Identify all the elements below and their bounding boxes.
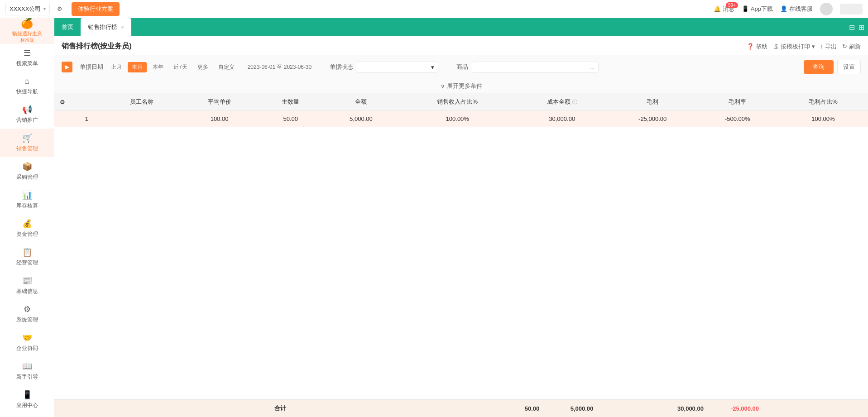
refresh-button[interactable]: ↻ 刷新	[842, 43, 861, 51]
company-selector[interactable]: XXXXX公司 ▾	[5, 3, 50, 15]
cell-qty: 50.00	[259, 111, 323, 127]
sidebar-label-purchase: 采购管理	[16, 173, 38, 181]
date-btn-more[interactable]: 更多	[193, 62, 212, 72]
help-button[interactable]: ❓ 帮助	[747, 43, 767, 51]
goods-filter-input[interactable]: ...	[472, 62, 599, 73]
tab-sales-ranking-label: 销售排行榜	[88, 23, 117, 31]
tab-right-actions: ⊟ ⊞	[849, 23, 868, 32]
tab-sales-ranking[interactable]: 销售排行榜 ×	[81, 18, 131, 36]
sidebar-item-wechat[interactable]: 💬 企业微信	[0, 414, 54, 417]
expand-filters-button[interactable]: ∨ 展开更多条件	[441, 82, 482, 90]
col-settings[interactable]: ⚙	[54, 93, 71, 111]
sidebar-label-marketing: 营销推广	[16, 116, 38, 124]
phone-icon: 📱	[742, 5, 749, 12]
tab-close-icon[interactable]: ×	[121, 24, 124, 30]
export-icon: ↑	[820, 43, 824, 50]
purchase-icon: 📦	[22, 162, 32, 172]
tab-collapse-icon[interactable]: ⊟	[849, 23, 855, 32]
sidebar-label-basic: 基础信息	[16, 288, 38, 295]
logo-text: 畅捷通好生意	[12, 30, 42, 37]
filter-bar: ▶ 单据日期 上月 本月 本年 近7天 更多 自定义 2023-06-01 至 …	[54, 55, 868, 79]
sidebar-item-shortcut[interactable]: ⌂ 快捷导航	[0, 72, 54, 100]
tab-bar: 首页 销售排行榜 × ⊟ ⊞	[54, 18, 868, 36]
user-name	[840, 4, 863, 14]
tab-home-label: 首页	[62, 23, 73, 31]
date-btn-custom[interactable]: 自定义	[214, 62, 239, 72]
sidebar-item-operation[interactable]: 📋 经营管理	[0, 243, 54, 271]
sidebar-item-marketing[interactable]: 📢 营销推广	[0, 100, 54, 129]
cell-gross-rate: -500.00%	[697, 111, 778, 127]
sidebar-item-system[interactable]: ⚙ 系统管理	[0, 300, 54, 328]
sidebar-item-purchase[interactable]: 📦 采购管理	[0, 157, 54, 186]
date-range-display: 2023-06-01 至 2023-06-30	[248, 63, 312, 71]
footer-qty: 50.00	[509, 405, 555, 412]
sidebar-item-finance[interactable]: 💰 资金管理	[0, 214, 54, 243]
export-label: 导出	[825, 43, 837, 51]
col-rank	[71, 93, 103, 111]
sidebar-item-basic[interactable]: 📰 基础信息	[0, 271, 54, 300]
sidebar-label-coop: 企业协同	[16, 345, 38, 352]
help-label: 帮助	[756, 43, 767, 51]
sidebar-item-guide[interactable]: 📖 新手引导	[0, 357, 54, 385]
guide-icon: 📖	[22, 361, 32, 371]
sidebar-item-inventory[interactable]: 📊 库存核算	[0, 186, 54, 214]
notification-badge: 99+	[726, 2, 738, 8]
goods-filter-label: 商品	[456, 63, 468, 71]
finance-icon: 💰	[22, 219, 32, 229]
date-filter-group: 单据日期 上月 本月 本年 近7天 更多 自定义	[80, 62, 239, 72]
coop-icon: 🤝	[22, 333, 32, 343]
sidebar-label-inventory: 库存核算	[16, 202, 38, 210]
sidebar-item-sales[interactable]: 🛒 销售管理	[0, 129, 54, 157]
content-area: 首页 销售排行榜 × ⊟ ⊞ 销售排行榜(按业务员) ❓ 帮助	[54, 18, 868, 417]
query-button[interactable]: 查询	[804, 60, 834, 74]
sidebar-logo: 🍊 畅捷通好生意 标准版	[0, 18, 54, 43]
bell-icon: 🔔	[714, 5, 721, 12]
app-download[interactable]: 📱 App下载	[742, 5, 773, 13]
print-icon: 🖨	[773, 43, 779, 50]
table-settings-button[interactable]: 设置	[837, 60, 861, 74]
filter-expand-arrow[interactable]: ▶	[62, 62, 72, 72]
sidebar-label-search: 搜索菜单	[16, 60, 38, 67]
sidebar-item-apps[interactable]: 📱 应用中心	[0, 385, 54, 414]
sidebar-item-search[interactable]: ☰ 搜索菜单	[0, 43, 54, 72]
sidebar-label-system: 系统管理	[16, 316, 38, 324]
print-button[interactable]: 🖨 按模板打印 ▾	[773, 43, 815, 51]
footer-label: 合计	[96, 404, 464, 412]
expand-filters-label: 展开更多条件	[447, 82, 482, 90]
date-btn-last-month[interactable]: 上月	[107, 62, 126, 72]
sidebar-label-sales: 销售管理	[16, 145, 38, 153]
status-filter-select[interactable]: ▾	[357, 62, 438, 73]
online-service[interactable]: 👤 在线客服	[780, 5, 813, 13]
app-download-label: App下载	[751, 5, 773, 13]
footer-cost: 30,000.00	[663, 405, 718, 412]
goods-more-icon: ...	[590, 64, 595, 71]
cell-gross-pct: 100.00%	[778, 111, 868, 127]
cell-name	[103, 111, 181, 127]
notification-bell[interactable]: 🔔 消息 99+	[714, 5, 734, 13]
avatar[interactable]	[820, 3, 833, 15]
settings-icon[interactable]: ⚙	[53, 3, 66, 15]
sales-icon: 🛒	[22, 133, 32, 143]
tab-fullscreen-icon[interactable]: ⊞	[858, 23, 864, 32]
cell-rank: 1	[71, 111, 103, 127]
sidebar-label-apps: 应用中心	[16, 402, 38, 409]
sidebar-item-coop[interactable]: 🤝 企业协同	[0, 328, 54, 357]
refresh-icon: ↻	[842, 43, 847, 50]
headset-icon: 👤	[780, 5, 787, 12]
tab-home[interactable]: 首页	[54, 18, 81, 36]
marketing-icon: 📢	[22, 105, 32, 115]
status-filter-section: 单据状态 ▾	[330, 62, 438, 73]
col-amount: 全额	[323, 93, 399, 111]
date-btn-7days[interactable]: 近7天	[169, 62, 192, 72]
search-icon: ☰	[24, 48, 31, 58]
export-button[interactable]: ↑ 导出	[820, 43, 837, 51]
logo-sub: 标准版	[20, 37, 34, 43]
refresh-label: 刷新	[849, 43, 861, 51]
date-btn-this-year[interactable]: 本年	[149, 62, 168, 72]
try-solution-button[interactable]: 体验行业方案	[72, 2, 120, 16]
footer-gross: -25,000.00	[718, 405, 772, 412]
col-gross-rate: 毛利率	[697, 93, 778, 111]
status-select-chevron: ▾	[431, 64, 434, 71]
date-btn-this-month[interactable]: 本月	[128, 62, 147, 72]
status-filter-label: 单据状态	[330, 63, 353, 71]
